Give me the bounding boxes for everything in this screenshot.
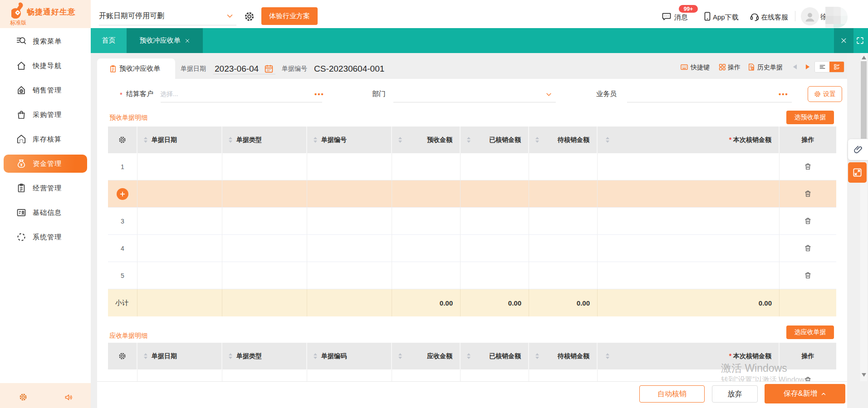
attachment-button[interactable] bbox=[848, 139, 868, 160]
scroll-up-arrow[interactable] bbox=[862, 56, 866, 59]
operations-label[interactable]: 操作 bbox=[728, 54, 740, 80]
prev-doc-arrow-icon[interactable] bbox=[792, 64, 797, 70]
scroll-down-arrow[interactable] bbox=[862, 373, 866, 377]
select-prepay-button[interactable]: 选预收单据 bbox=[786, 111, 834, 124]
sidebar-item-system[interactable]: 系统管理 bbox=[0, 225, 91, 249]
delete-row-icon[interactable] bbox=[804, 217, 812, 225]
column-header[interactable]: 待核销金额 bbox=[558, 136, 589, 144]
tab-active-document[interactable]: 预收冲应收单 bbox=[127, 28, 203, 53]
sort-icon[interactable] bbox=[535, 353, 539, 359]
column-header[interactable]: 待核销金额 bbox=[558, 352, 589, 360]
delete-row-icon[interactable] bbox=[804, 189, 812, 198]
sidebar-item-inventory[interactable]: 库存核算 bbox=[0, 127, 91, 151]
sort-icon[interactable] bbox=[144, 353, 147, 359]
column-header: 操作 bbox=[802, 136, 814, 144]
avatar[interactable] bbox=[801, 7, 819, 25]
column-header[interactable]: 预收金额 bbox=[427, 136, 452, 144]
department-chevron-icon[interactable] bbox=[545, 91, 552, 98]
sidebar-item-funds[interactable]: 资金管理 bbox=[0, 151, 91, 176]
sidebar-item-purchase[interactable]: 采购管理 bbox=[0, 102, 91, 127]
column-header[interactable]: 单据编号 bbox=[321, 136, 347, 144]
list-view-toggle[interactable] bbox=[815, 62, 829, 72]
subtotal-prepay-amount: 0.00 bbox=[440, 299, 453, 307]
sort-icon[interactable] bbox=[144, 137, 147, 143]
column-header[interactable]: * 本次核销金额 bbox=[729, 136, 771, 144]
column-settings-gear-icon[interactable] bbox=[118, 352, 126, 360]
sidebar-item-label: 快捷导航 bbox=[33, 62, 62, 70]
prepay-row-3[interactable]: 3 bbox=[108, 208, 836, 235]
sidebar-item-label: 系统管理 bbox=[33, 233, 62, 242]
sidebar-item-search-menu[interactable]: 搜索菜单 bbox=[0, 29, 91, 53]
history-doc-icon[interactable] bbox=[747, 63, 755, 71]
required-star: * bbox=[120, 91, 123, 98]
column-header[interactable]: * 本次核销金额 bbox=[729, 352, 771, 360]
keyboard-shortcut-icon[interactable] bbox=[680, 63, 688, 71]
column-header[interactable]: 单据日期 bbox=[152, 352, 177, 360]
column-header[interactable]: 已核销金额 bbox=[489, 136, 521, 144]
search-menu-icon bbox=[16, 36, 26, 46]
save-and-new-button[interactable]: 保存&新增 bbox=[765, 384, 845, 403]
select-receivable-button[interactable]: 选应收单据 bbox=[786, 325, 834, 339]
chevron-down-icon[interactable] bbox=[226, 12, 234, 20]
operations-grid-icon[interactable] bbox=[718, 63, 726, 71]
tab-home[interactable]: 首页 bbox=[91, 28, 127, 53]
headset-icon[interactable] bbox=[750, 11, 760, 21]
calendar-icon[interactable] bbox=[264, 64, 274, 73]
auto-verify-button[interactable]: 自动核销 bbox=[639, 385, 705, 403]
sidebar-item-operations[interactable]: 经营管理 bbox=[0, 176, 91, 200]
sort-icon[interactable] bbox=[229, 137, 232, 143]
sort-icon[interactable] bbox=[314, 353, 317, 359]
next-doc-arrow-icon[interactable] bbox=[805, 64, 810, 70]
prepay-row-2-active[interactable] bbox=[108, 180, 836, 208]
discard-button[interactable]: 放弃 bbox=[712, 385, 758, 403]
settings-button[interactable]: 设置 bbox=[808, 86, 842, 102]
document-subtab[interactable]: 预收冲应收单 bbox=[97, 58, 175, 79]
delete-row-icon[interactable] bbox=[804, 244, 812, 253]
prepay-row-4[interactable]: 4 bbox=[108, 235, 836, 262]
delete-row-icon[interactable] bbox=[804, 162, 812, 171]
gear-icon[interactable] bbox=[244, 11, 255, 22]
sort-icon[interactable] bbox=[398, 353, 402, 359]
column-header[interactable]: 单据类型 bbox=[236, 352, 262, 360]
date-value[interactable]: 2023-06-04 bbox=[215, 56, 259, 82]
close-all-button[interactable] bbox=[834, 28, 853, 53]
document-clipboard-icon bbox=[109, 65, 117, 73]
sort-icon[interactable] bbox=[467, 353, 471, 359]
column-header[interactable]: 应收金额 bbox=[427, 352, 452, 360]
sidebar-item-base-info[interactable]: 基础信息 bbox=[0, 200, 91, 225]
sort-icon[interactable] bbox=[606, 137, 609, 143]
sort-icon[interactable] bbox=[606, 353, 609, 359]
sidebar-item-quick-nav[interactable]: 快捷导航 bbox=[0, 53, 91, 78]
phone-icon[interactable] bbox=[702, 11, 712, 21]
add-row-button[interactable] bbox=[117, 188, 128, 200]
column-header[interactable]: 已核销金额 bbox=[489, 352, 521, 360]
column-settings-gear-icon[interactable] bbox=[118, 136, 126, 144]
column-header[interactable]: 单据编码 bbox=[321, 352, 347, 360]
shortcut-label[interactable]: 快捷键 bbox=[691, 54, 710, 80]
app-download-label[interactable]: App下载 bbox=[713, 13, 739, 22]
settings-gear-icon[interactable] bbox=[19, 393, 27, 401]
sort-icon[interactable] bbox=[535, 137, 539, 143]
column-header[interactable]: 单据类型 bbox=[236, 136, 262, 144]
salesman-more-button[interactable]: ••• bbox=[779, 83, 789, 106]
sort-icon[interactable] bbox=[229, 353, 232, 359]
online-service-label[interactable]: 在线客服 bbox=[761, 13, 788, 22]
sort-icon[interactable] bbox=[467, 137, 471, 143]
history-label[interactable]: 历史单据 bbox=[757, 54, 783, 80]
sidebar-item-sales[interactable]: 销售管理 bbox=[0, 78, 91, 102]
sort-icon[interactable] bbox=[314, 137, 317, 143]
message-icon[interactable] bbox=[662, 11, 672, 21]
messages-label[interactable]: 消息 bbox=[674, 13, 688, 22]
scrollbar-thumb[interactable] bbox=[861, 61, 867, 139]
expand-button[interactable] bbox=[848, 162, 867, 183]
fullscreen-brackets-icon[interactable] bbox=[856, 36, 864, 45]
column-header[interactable]: 单据日期 bbox=[152, 136, 177, 144]
delete-row-icon[interactable] bbox=[804, 271, 812, 280]
speaker-icon[interactable] bbox=[64, 393, 73, 402]
sort-icon[interactable] bbox=[398, 137, 402, 143]
prepay-row-1[interactable]: 1 bbox=[108, 153, 836, 180]
prepay-row-5[interactable]: 5 bbox=[108, 262, 836, 289]
trial-plan-button[interactable]: 体验行业方案 bbox=[261, 7, 318, 25]
form-view-toggle[interactable] bbox=[829, 62, 844, 72]
tab-close-icon[interactable] bbox=[185, 38, 190, 44]
